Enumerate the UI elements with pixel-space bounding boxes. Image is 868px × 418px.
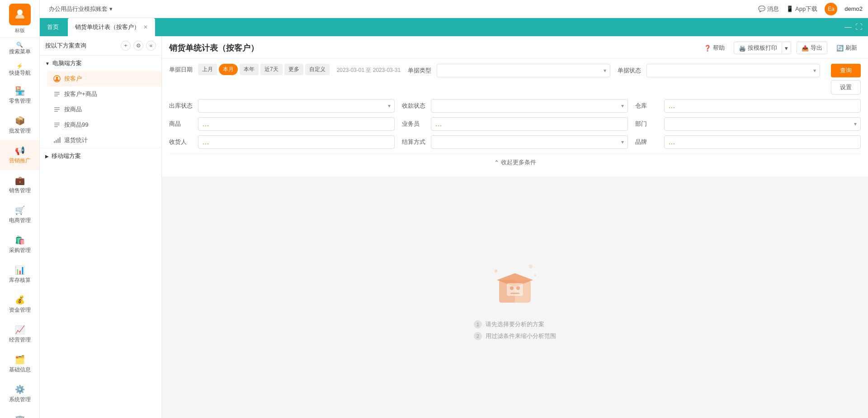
scheme-by-goods-label: 按商品 — [64, 105, 82, 114]
svg-point-20 — [529, 265, 533, 268]
message-btn[interactable]: 💬 消息 — [758, 5, 779, 13]
desktop-section-toggle[interactable]: ▼ 电脑端方案 — [40, 56, 161, 71]
purchase-icon: 🛍️ — [15, 235, 25, 245]
doc-type-select[interactable]: ▾ — [437, 64, 610, 77]
scheme-by-goods[interactable]: 按商品 — [47, 102, 161, 117]
out-status-select[interactable]: ▾ — [198, 99, 395, 113]
empty-hint-2: 2 用过滤条件来缩小分析范围 — [474, 332, 556, 340]
tab-close-icon[interactable]: ✕ — [143, 24, 148, 30]
industry-arrow-icon: ▾ — [109, 5, 113, 12]
print-btn[interactable]: 🖨️ 按模板打印 — [734, 42, 782, 54]
tab-sales-stat[interactable]: 销货单统计表（按客户） ✕ — [68, 18, 155, 36]
scheme-by-customer-goods[interactable]: 按客户+商品 — [47, 86, 161, 102]
industry-select[interactable]: 办公用品行业模拟账套 ▾ — [45, 3, 116, 15]
sidebar-item-quicknav[interactable]: ⚡ 快捷导航 — [0, 59, 39, 81]
doc-status-select[interactable]: ▾ — [646, 64, 820, 77]
collapse-bar: ⌃ 收起更多条件 — [169, 153, 861, 171]
dept-select[interactable]: ▾ — [664, 117, 861, 131]
warehouse-select[interactable]: … — [664, 99, 861, 113]
mobile-section-toggle[interactable]: ▶ 移动端方案 — [40, 148, 161, 164]
sidebar-item-system[interactable]: ⚙️ 系统管理 — [0, 379, 39, 409]
app-download-label: App下载 — [795, 5, 817, 13]
tab-home[interactable]: 首页 — [40, 18, 66, 36]
scheme-return-stat[interactable]: 退货统计 — [47, 133, 161, 148]
sidebar-item-enterprise[interactable]: 🏢 企业协同 — [0, 409, 39, 418]
collapse-panel-btn[interactable]: « — [146, 41, 156, 51]
svg-rect-15 — [59, 137, 61, 143]
consignee-select[interactable]: … — [198, 135, 395, 149]
sidebar-item-operation[interactable]: 📈 经营管理 — [0, 319, 39, 349]
svg-point-22 — [510, 286, 514, 290]
setting-btn[interactable]: 设置 — [831, 80, 861, 95]
collapse-more-btn[interactable]: ⌃ 收起更多条件 — [169, 156, 861, 169]
scheme-by-customer-label: 按客户 — [64, 75, 82, 83]
help-icon: ❓ — [704, 45, 711, 52]
scheme-by-customer[interactable]: 按客户 — [47, 71, 161, 86]
date-btn-last-7days[interactable]: 近7天 — [260, 64, 283, 75]
left-panel: 按以下方案查询 + ⚙ « ▼ 电脑端方案 按客户 — [40, 36, 162, 418]
collect-status-select[interactable]: ▾ — [431, 99, 627, 113]
goods-select[interactable]: … — [198, 117, 395, 131]
tab-maximize-icon[interactable]: ⛶ — [855, 23, 863, 31]
tab-bar: 首页 销货单统计表（按客户） ✕ — ⛶ — [40, 18, 868, 36]
export-btn[interactable]: 📤 导出 — [797, 42, 827, 54]
sidebar-item-sales[interactable]: 💼 销售管理 — [0, 170, 39, 200]
filter-row-3: 商品 … 业务员 … 部门 — [169, 117, 861, 131]
print-icon: 🖨️ — [739, 45, 746, 52]
search-icon: 🔍 — [16, 42, 23, 48]
svg-rect-4 — [54, 94, 60, 95]
svg-rect-7 — [54, 109, 60, 110]
payment-filter: 结算方式 ▾ — [402, 135, 627, 149]
doc-type-arrow-icon: ▾ — [604, 67, 606, 74]
date-btn-this-year[interactable]: 本年 — [240, 64, 259, 75]
enterprise-icon: 🏢 — [15, 414, 25, 418]
logo-text: 标版 — [15, 27, 25, 34]
scheme-by-goods-99[interactable]: 按商品99 — [47, 117, 161, 133]
sidebar-item-wholesale[interactable]: 📦 批发管理 — [0, 110, 39, 140]
app-download-btn[interactable]: 📱 App下载 — [786, 5, 817, 13]
goods-filter: 商品 … — [169, 117, 395, 131]
sidebar-item-finance[interactable]: 💰 资金管理 — [0, 290, 39, 319]
avatar[interactable]: Ea — [825, 3, 837, 15]
user-name: demo2 — [844, 5, 863, 12]
date-btn-this-month[interactable]: 本月 — [219, 64, 238, 75]
refresh-btn[interactable]: 🔄 刷新 — [833, 42, 861, 54]
basic-icon: 🗂️ — [15, 355, 25, 365]
collapse-icon: ⌃ — [494, 159, 499, 166]
inventory-icon: 📊 — [15, 265, 25, 275]
sidebar: 标版 🔍 搜索菜单 ⚡ 快捷导航 🏪 零售管理 📦 批发管理 📢 营销推广 💼 … — [0, 0, 40, 418]
print-label: 按模板打印 — [748, 44, 777, 52]
doc-type-label: 单据类型 — [408, 66, 433, 75]
sidebar-item-search[interactable]: 🔍 搜索菜单 — [0, 38, 39, 59]
collect-status-label: 收款状态 — [402, 102, 427, 110]
date-btn-last-month[interactable]: 上月 — [198, 64, 217, 75]
sidebar-item-purchase[interactable]: 🛍️ 采购管理 — [0, 230, 39, 260]
date-btn-more[interactable]: 更多 — [284, 64, 303, 75]
top-nav-right: 💬 消息 📱 App下载 Ea demo2 — [758, 3, 863, 15]
payment-label: 结算方式 — [402, 138, 427, 146]
sidebar-item-ecommerce[interactable]: 🛒 电商管理 — [0, 200, 39, 230]
salesperson-select[interactable]: … — [431, 117, 627, 131]
sidebar-item-search-label: 搜索菜单 — [9, 48, 31, 56]
consignee-dots: … — [202, 138, 209, 146]
sidebar-item-basic[interactable]: 🗂️ 基础信息 — [0, 349, 39, 379]
sidebar-item-marketing[interactable]: 📢 营销推广 — [0, 140, 39, 170]
tab-minimize-icon[interactable]: — — [844, 23, 852, 31]
refresh-icon: 🔄 — [836, 45, 844, 52]
out-status-arrow-icon: ▾ — [388, 103, 391, 109]
payment-select[interactable]: ▾ — [431, 135, 627, 149]
sidebar-item-retail[interactable]: 🏪 零售管理 — [0, 81, 39, 110]
add-scheme-btn[interactable]: + — [121, 41, 131, 51]
settings-scheme-btn[interactable]: ⚙ — [133, 41, 143, 51]
sidebar-item-inventory[interactable]: 📊 库存核算 — [0, 260, 39, 290]
brand-select[interactable]: … — [664, 135, 861, 149]
warehouse-filter: 仓库 … — [635, 99, 861, 113]
left-panel-actions: + ⚙ « — [121, 41, 156, 51]
date-btn-custom[interactable]: 自定义 — [305, 64, 330, 75]
consignee-label: 收货人 — [169, 138, 194, 146]
print-dropdown-btn[interactable]: ▾ — [782, 43, 791, 53]
svg-rect-6 — [54, 107, 60, 108]
help-btn[interactable]: ❓ 帮助 — [700, 42, 728, 54]
goods-dots: … — [202, 120, 209, 128]
query-btn[interactable]: 查询 — [831, 64, 861, 77]
